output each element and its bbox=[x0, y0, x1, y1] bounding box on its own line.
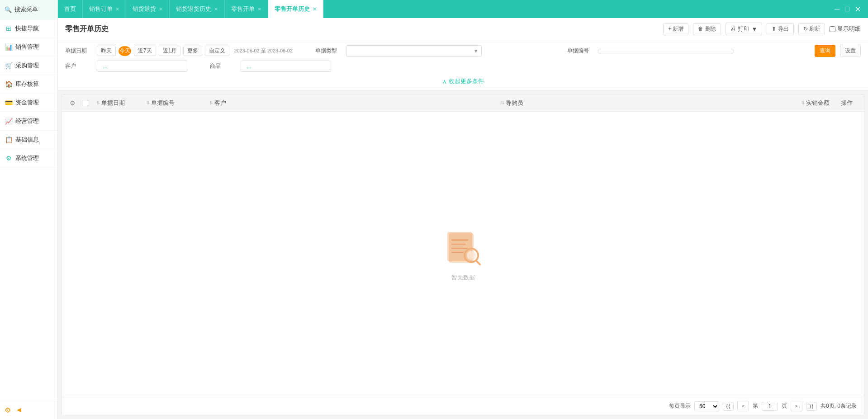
tab-sales-return[interactable]: 销货退货 ✕ bbox=[126, 0, 170, 18]
sort-icon-customer[interactable]: ⇅ bbox=[209, 100, 213, 105]
delete-button[interactable]: 🗑 删除 bbox=[693, 23, 721, 35]
tab-sales-return-history-label: 销货退货历史 bbox=[176, 5, 211, 13]
sidebar-item-inventory[interactable]: 🏠 库存核算 bbox=[0, 75, 57, 94]
sidebar-item-operations[interactable]: 📈 经营管理 bbox=[0, 112, 57, 131]
collapse-label: 收起更多条件 bbox=[449, 77, 484, 85]
display-detail-checkbox[interactable] bbox=[830, 26, 835, 32]
next-page-btn[interactable]: ＞ bbox=[791, 401, 802, 411]
date-btn-yesterday[interactable]: 昨天 bbox=[97, 46, 116, 56]
refresh-button[interactable]: ↻ 刷新 bbox=[798, 23, 825, 35]
per-page-select[interactable]: 50 20 100 bbox=[694, 401, 719, 411]
tab-bar: 首页 销售订单 ✕ 销货退货 ✕ 销货退货历史 ✕ 零售开单 ✕ 零售开单历史 … bbox=[58, 0, 868, 18]
window-actions: ─ □ ✕ bbox=[835, 5, 868, 14]
filter-row-2: 客户 ... 商品 ... bbox=[65, 61, 861, 72]
sort-icon-amount[interactable]: ⇅ bbox=[801, 100, 805, 105]
col-customer-label: 客户 bbox=[214, 99, 226, 107]
date-btn-last1month[interactable]: 近1月 bbox=[159, 46, 181, 56]
quick-nav-icon: ⊞ bbox=[5, 25, 13, 32]
first-page-btn[interactable]: ⟨⟨ bbox=[723, 402, 734, 411]
col-guide: ⇅ 导购员 bbox=[497, 99, 542, 107]
doc-no-input[interactable] bbox=[598, 49, 734, 53]
date-btn-more[interactable]: 更多 bbox=[183, 46, 202, 56]
sort-icon-date[interactable]: ⇅ bbox=[96, 100, 100, 105]
select-all-checkbox[interactable] bbox=[83, 100, 89, 106]
collapse-sidebar-icon[interactable]: ◄ bbox=[15, 406, 23, 414]
window-close-icon[interactable]: ✕ bbox=[855, 5, 861, 14]
tab-sales-order[interactable]: 销售订单 ✕ bbox=[83, 0, 126, 18]
display-detail-checkbox-wrap[interactable]: 显示明细 bbox=[830, 25, 861, 33]
col-check bbox=[79, 100, 93, 106]
tab-sales-return-history-close[interactable]: ✕ bbox=[214, 6, 218, 12]
content-area: ⚙ ⇅ 单据日期 ⇅ 单据编号 ⇅ 客户 ⇅ 导购员 ⇅ bbox=[62, 94, 864, 415]
page-label-pre: 第 bbox=[753, 402, 758, 410]
tab-sales-return-history[interactable]: 销货退货历史 ✕ bbox=[170, 0, 225, 18]
doc-type-select[interactable]: ▾ bbox=[346, 45, 482, 56]
collapse-arrow-icon: ∧ bbox=[442, 78, 447, 85]
settings-filter-button[interactable]: 设置 bbox=[840, 45, 861, 57]
table-header: ⚙ ⇅ 单据日期 ⇅ 单据编号 ⇅ 客户 ⇅ 导购员 ⇅ bbox=[62, 94, 864, 112]
settings-bottom-icon[interactable]: ⚙ bbox=[5, 406, 11, 414]
collapse-filter-btn[interactable]: ∧ 收起更多条件 bbox=[65, 75, 861, 85]
total-info: 共0页, 0条记录 bbox=[821, 402, 857, 410]
basic-info-icon: 📋 bbox=[5, 136, 13, 143]
date-btn-last7[interactable]: 近7天 bbox=[134, 46, 156, 56]
operations-icon: 📈 bbox=[5, 118, 13, 125]
export-button[interactable]: ⬆ 导出 bbox=[767, 23, 793, 35]
col-amount-label: 实销金额 bbox=[806, 99, 830, 107]
window-min-icon[interactable]: ─ bbox=[835, 5, 840, 13]
col-ops: 操作 bbox=[833, 99, 860, 107]
doc-type-chevron-icon: ▾ bbox=[474, 47, 478, 54]
filter-row-1: 单据日期 昨天 今天 近7天 近1月 更多 自定义 2023-06-02 至 2… bbox=[65, 45, 861, 57]
sidebar-item-sales-mgmt[interactable]: 📊 销售管理 bbox=[0, 38, 57, 56]
window-max-icon[interactable]: □ bbox=[845, 5, 849, 13]
sidebar-item-quick-nav[interactable]: ⊞ 快捷导航 bbox=[0, 19, 57, 38]
tab-retail-open-label: 零售开单 bbox=[231, 5, 255, 13]
sidebar-search[interactable]: 🔍 搜索采单 bbox=[0, 0, 57, 19]
filter-dates: 昨天 今天 近7天 近1月 更多 自定义 bbox=[97, 46, 229, 56]
filter-section: 单据日期 昨天 今天 近7天 近1月 更多 自定义 2023-06-02 至 2… bbox=[58, 40, 868, 90]
tab-retail-open-history[interactable]: 零售开单历史 ✕ bbox=[268, 0, 323, 18]
goods-input[interactable]: ... bbox=[241, 61, 331, 72]
tab-retail-open[interactable]: 零售开单 ✕ bbox=[225, 0, 268, 18]
sidebar: 🔍 搜索采单 ⊞ 快捷导航 📊 销售管理 🛒 采购管理 🏠 库存核算 💳 资金管… bbox=[0, 0, 58, 419]
tab-sales-order-label: 销售订单 bbox=[89, 5, 113, 13]
sidebar-item-label: 基础信息 bbox=[15, 136, 39, 144]
empty-state-text: 暂无数据 bbox=[451, 273, 475, 282]
print-button[interactable]: 🖨 打印 ▼ bbox=[726, 23, 763, 35]
date-range-text: 2023-06-02 至 2023-06-02 bbox=[234, 47, 293, 54]
sidebar-item-basic-info[interactable]: 📋 基础信息 bbox=[0, 131, 57, 149]
date-filter-label: 单据日期 bbox=[65, 47, 92, 55]
prev-page-btn[interactable]: ＜ bbox=[737, 401, 749, 411]
query-button[interactable]: 查询 bbox=[815, 45, 835, 57]
page-title: 零售开单历史 bbox=[65, 24, 109, 34]
col-settings: ⚙ bbox=[66, 99, 79, 107]
customer-ellipsis-icon[interactable]: ... bbox=[103, 63, 108, 70]
goods-ellipsis-icon[interactable]: ... bbox=[247, 63, 251, 70]
sys-mgmt-icon: ⚙ bbox=[5, 155, 13, 162]
page-label: 页 bbox=[782, 402, 787, 410]
page-input[interactable] bbox=[762, 402, 778, 411]
sidebar-item-label: 经营管理 bbox=[15, 117, 39, 125]
sidebar-search-label: 搜索采单 bbox=[14, 5, 38, 14]
sort-icon-no[interactable]: ⇅ bbox=[146, 100, 150, 105]
tab-sales-return-close[interactable]: ✕ bbox=[159, 6, 163, 12]
date-btn-today[interactable]: 今天 bbox=[119, 46, 131, 56]
table-settings-icon[interactable]: ⚙ bbox=[70, 99, 76, 107]
tab-sales-order-close[interactable]: ✕ bbox=[115, 6, 119, 12]
inventory-icon: 🏠 bbox=[5, 80, 13, 88]
sidebar-item-finance[interactable]: 💳 资金管理 bbox=[0, 94, 57, 112]
sidebar-item-purchase-mgmt[interactable]: 🛒 采购管理 bbox=[0, 56, 57, 75]
date-btn-custom[interactable]: 自定义 bbox=[205, 46, 229, 56]
tab-retail-open-close[interactable]: ✕ bbox=[257, 6, 261, 12]
add-button[interactable]: + 新增 bbox=[663, 23, 688, 35]
tab-home[interactable]: 首页 bbox=[58, 0, 83, 18]
doc-type-label: 单据类型 bbox=[315, 47, 342, 55]
sidebar-item-sys-mgmt[interactable]: ⚙ 系统管理 bbox=[0, 149, 57, 168]
customer-label: 客户 bbox=[65, 62, 92, 70]
tab-retail-open-history-close[interactable]: ✕ bbox=[313, 6, 317, 12]
sort-icon-guide[interactable]: ⇅ bbox=[501, 100, 504, 105]
main-content: 首页 销售订单 ✕ 销货退货 ✕ 销货退货历史 ✕ 零售开单 ✕ 零售开单历史 … bbox=[58, 0, 868, 419]
col-no-label: 单据编号 bbox=[151, 99, 175, 107]
last-page-btn[interactable]: ⟩⟩ bbox=[806, 402, 817, 411]
customer-input[interactable]: ... bbox=[97, 61, 187, 72]
